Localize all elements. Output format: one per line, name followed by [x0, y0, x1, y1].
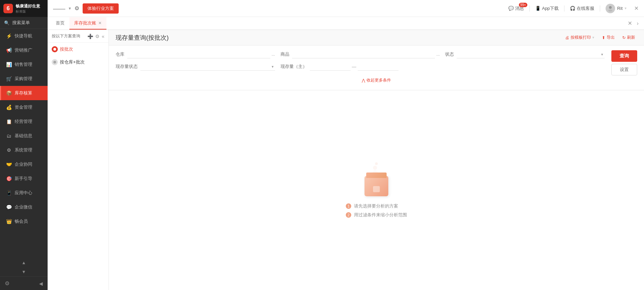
breadcrumb-dropdown-icon[interactable]: ▾ — [69, 6, 71, 11]
sidebar-item-label: 采购管理 — [15, 76, 32, 82]
scheme-item-by-batch[interactable]: 按批次 — [48, 43, 108, 56]
scheme-dot-active — [52, 46, 58, 52]
breadcrumb: ▬▬▬ — [53, 6, 65, 11]
trial-industry-button[interactable]: 体验行业方案 — [83, 3, 119, 14]
warehouse-more-button[interactable]: ... — [272, 52, 275, 57]
tab-inventory-batch[interactable]: 库存批次账 ✕ — [69, 17, 106, 30]
inventory-status-select[interactable]: 有库存 无库存 — [140, 62, 275, 71]
marketing-icon: 📢 — [6, 47, 12, 53]
sidebar-item-label: 快捷导航 — [15, 33, 32, 39]
sales-icon: 📊 — [6, 61, 12, 68]
sidebar-scroll-up[interactable]: ▲ — [0, 258, 48, 267]
filter-area: 仓库 ... 商品 ... 状态 — [109, 46, 644, 90]
topbar-settings-icon[interactable]: ⚙ — [74, 5, 79, 12]
status-select[interactable]: 正常 停用 — [457, 50, 605, 58]
sidebar-bottom: ⚙ ◀ — [0, 276, 48, 290]
sidebar-item-app-center[interactable]: 📱 应用中心 — [0, 186, 48, 200]
inventory-main-dash: — — [351, 64, 358, 69]
finance-icon: 💰 — [6, 104, 12, 110]
system-icon: ⚙ — [6, 147, 12, 153]
page-title: 现存量查询(按批次) — [116, 34, 169, 42]
tab-bar-more[interactable]: › — [635, 20, 641, 26]
filter-status: 状态 正常 停用 — [445, 50, 605, 58]
online-service-button[interactable]: 🎧 在线客服 — [570, 5, 594, 12]
tab-inventory-batch-close[interactable]: ✕ — [98, 21, 102, 25]
export-label: 导出 — [607, 35, 615, 40]
app-download-icon: 📱 — [535, 6, 541, 11]
inventory-icon: 📦 — [6, 90, 12, 96]
collapse-more-label: 收起更多条件 — [367, 77, 391, 83]
product-more-button[interactable]: ... — [436, 52, 440, 57]
message-icon: 💬 — [508, 6, 514, 11]
inventory-main-to[interactable] — [358, 62, 399, 71]
sidebar-item-enterprise[interactable]: 🤝 企业协同 — [0, 157, 48, 171]
left-panel-header: 按以下方案查询 ➕ ⚙ « — [48, 30, 108, 43]
user-menu[interactable]: Rit ▾ — [606, 4, 627, 13]
empty-state: 1 请先选择要分析的方案 2 用过滤条件来缩小分析范围 — [109, 90, 644, 290]
divider — [529, 5, 530, 12]
empty-tip-1: 1 请先选择要分析的方案 — [346, 203, 407, 209]
sidebar-settings-icon[interactable]: ⚙ — [5, 280, 10, 287]
sidebar-item-basic[interactable]: 🗂 基础信息 — [0, 129, 48, 143]
enterprise-wechat-icon: 💬 — [6, 204, 12, 210]
empty-box-face — [373, 186, 380, 192]
sidebar-item-guide[interactable]: 🎯 新手引导 — [0, 171, 48, 186]
user-avatar — [606, 4, 615, 13]
sidebar-item-marketing[interactable]: 📢 营销推广 — [0, 43, 48, 57]
right-panel: 现存量查询(按批次) 🖨 按模板打印 ▾ ⬆ 导出 ↻ 刷新 — [109, 30, 644, 290]
page-actions: 🖨 按模板打印 ▾ ⬆ 导出 ↻ 刷新 — [563, 33, 637, 42]
sidebar-item-enterprise-wechat[interactable]: 💬 企业微信 — [0, 200, 48, 214]
collapse-more-icon: ⋀ — [362, 78, 365, 83]
sidebar-item-vip[interactable]: 👑 畅会员 — [0, 214, 48, 229]
topbar-right: 💬 消息 99+ 📱 App下载 🎧 在线客服 Rit ▾ — [508, 4, 639, 13]
print-button[interactable]: 🖨 按模板打印 ▾ — [563, 33, 596, 42]
tab-home-label: 首页 — [56, 20, 65, 26]
sidebar-item-label: 企业协同 — [15, 161, 32, 167]
refresh-button[interactable]: ↻ 刷新 — [620, 33, 637, 42]
collapse-panel-button[interactable]: « — [102, 34, 104, 39]
filter-inventory-status: 现存量状态 有库存 无库存 — [116, 62, 275, 71]
sidebar-item-sales[interactable]: 📊 销售管理 — [0, 57, 48, 72]
topbar-left: ▬▬▬ ▾ ⚙ 体验行业方案 — [53, 3, 119, 14]
close-panel-btn[interactable]: ✕ — [634, 5, 639, 12]
scheme-item-by-warehouse-batch[interactable]: 按仓库+批次 — [48, 56, 108, 69]
scheme-settings-button[interactable]: ⚙ — [95, 34, 100, 39]
collapse-more-button[interactable]: ⋀ 收起更多条件 — [116, 75, 637, 85]
inventory-main-from[interactable] — [310, 62, 351, 71]
sidebar-item-label: 营销推广 — [15, 47, 32, 53]
sidebar-search[interactable]: 🔍 搜索菜单 — [0, 17, 48, 29]
sidebar-item-label: 库存核算 — [15, 90, 32, 96]
sidebar-title-area: 畅康通好生意 标准版 — [16, 3, 40, 14]
smoke-circle-2 — [373, 166, 377, 170]
add-scheme-button[interactable]: ➕ — [87, 34, 93, 39]
sidebar-collapse-icon[interactable]: ◀ — [39, 281, 43, 286]
export-button[interactable]: ⬆ 导出 — [600, 33, 617, 42]
empty-box — [365, 176, 388, 196]
filter-row-2: 现存量状态 有库存 无库存 现存量（主） — [116, 62, 605, 71]
sidebar-nav: ⚡ 快捷导航 📢 营销推广 📊 销售管理 🛒 采购管理 📦 库存核算 💰 资金管… — [0, 29, 48, 258]
refresh-icon: ↻ — [622, 35, 626, 40]
online-service-label: 在线客服 — [577, 5, 594, 12]
sidebar-item-inventory[interactable]: 📦 库存核算 — [0, 86, 48, 100]
left-panel: 按以下方案查询 ➕ ⚙ « 按批次 按仓库+批次 — [48, 30, 109, 290]
filter-settings-button[interactable]: 设置 — [611, 64, 637, 75]
query-button[interactable]: 查询 — [611, 50, 637, 62]
sidebar-item-finance[interactable]: 💰 资金管理 — [0, 100, 48, 114]
tab-bar-close-all[interactable]: ✕ — [625, 20, 635, 26]
sidebar-item-label: 应用中心 — [15, 190, 32, 196]
tab-bar: 首页 库存批次账 ✕ ✕ › — [48, 17, 644, 30]
left-panel-title: 按以下方案查询 — [52, 33, 80, 39]
sidebar-item-system[interactable]: ⚙ 系统管理 — [0, 143, 48, 157]
sidebar-item-operations[interactable]: 📋 经营管理 — [0, 114, 48, 129]
warehouse-input[interactable] — [127, 50, 270, 58]
app-download-button[interactable]: 📱 App下载 — [535, 5, 559, 12]
tab-home[interactable]: 首页 — [51, 17, 69, 30]
empty-tips: 1 请先选择要分析的方案 2 用过滤条件来缩小分析范围 — [346, 203, 407, 218]
filter-fields: 仓库 ... 商品 ... 状态 — [116, 50, 605, 71]
message-button[interactable]: 💬 消息 99+ — [508, 5, 524, 12]
product-input[interactable] — [292, 50, 435, 58]
sidebar-scroll-down[interactable]: ▼ — [0, 267, 48, 276]
sidebar-item-quick-nav[interactable]: ⚡ 快捷导航 — [0, 29, 48, 43]
left-panel-actions: ➕ ⚙ « — [87, 34, 104, 39]
sidebar-item-purchase[interactable]: 🛒 采购管理 — [0, 72, 48, 86]
